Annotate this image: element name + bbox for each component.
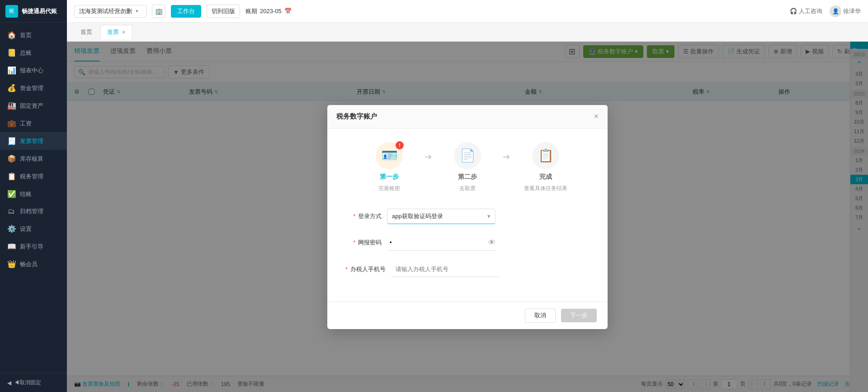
modal-footer: 取消 下一步 bbox=[327, 301, 608, 329]
sidebar-item-label: 报表中心 bbox=[20, 67, 43, 75]
sidebar-item-label: 工资 bbox=[20, 120, 32, 128]
password-row: * 网报密码 👁 bbox=[345, 235, 590, 251]
sidebar-item-settle[interactable]: ✅ 结账 bbox=[0, 185, 67, 203]
modal-body: 🪪 ! 第一步 完善账密 ➔ 📄 bbox=[327, 129, 608, 301]
calendar-icon[interactable]: 📅 bbox=[284, 8, 292, 14]
step-3-desc: 查看具体任务结果 bbox=[524, 185, 567, 192]
step-2: 📄 第二步 去取票 bbox=[436, 142, 499, 192]
tab-close-icon[interactable]: ✕ bbox=[122, 29, 126, 35]
period-value: 2023-05 bbox=[260, 8, 282, 14]
tab-invoice-label: 发票 bbox=[107, 28, 119, 36]
reports-icon: 📊 bbox=[7, 66, 15, 75]
user-profile[interactable]: 👤 徐泽华 bbox=[830, 5, 861, 17]
help-icon: 🎧 bbox=[790, 8, 797, 14]
logo-text: 畅捷通易代账 bbox=[22, 7, 57, 15]
avatar: 👤 bbox=[830, 5, 841, 17]
sidebar-item-label: 归档管理 bbox=[20, 207, 43, 215]
tab-home[interactable]: 首页 bbox=[74, 25, 99, 39]
step-3: 📋 完成 查看具体任务结果 bbox=[514, 142, 577, 192]
login-method-label: * 登录方式 bbox=[345, 212, 382, 220]
sidebar-item-inventory[interactable]: 📦 库存核算 bbox=[0, 150, 67, 167]
password-toggle-icon[interactable]: 👁 bbox=[488, 239, 495, 247]
password-input[interactable] bbox=[387, 235, 488, 250]
modal-backdrop: 税务数字账户 × 🪪 ! 第一步 完善账密 bbox=[67, 42, 868, 392]
login-method-arrow: ▾ bbox=[487, 213, 491, 220]
sidebar-item-salary[interactable]: 💼 工资 bbox=[0, 115, 67, 132]
password-input-wrap: 👁 bbox=[387, 235, 495, 251]
sidebar-item-member[interactable]: 👑 畅会员 bbox=[0, 255, 67, 273]
tab-invoice[interactable]: 发票 ✕ bbox=[100, 25, 132, 39]
app-logo: 账 畅捷通易代账 bbox=[0, 0, 67, 23]
next-button[interactable]: 下一步 bbox=[561, 309, 597, 322]
sidebar-collapse-btn[interactable]: ◀ ◀取消固定 bbox=[0, 373, 67, 392]
step-3-icon-wrap: 📋 bbox=[532, 142, 559, 169]
sidebar-item-assets[interactable]: 🏭 固定资产 bbox=[0, 97, 67, 115]
ledger-icon: 📒 bbox=[7, 48, 15, 57]
steps-container: 🪪 ! 第一步 完善账密 ➔ 📄 bbox=[345, 142, 590, 192]
sidebar-item-label: 发票管理 bbox=[20, 137, 43, 145]
company-btn-icon: 🏢 bbox=[155, 8, 163, 15]
period-label: 账期 bbox=[245, 7, 257, 15]
sidebar-item-label: 资金管理 bbox=[20, 84, 43, 92]
sidebar: 账 畅捷通易代账 🏠 首页 📒 总账 📊 报表中心 💰 资金管理 🏭 固定资产 … bbox=[0, 0, 67, 392]
sidebar-item-label: 结账 bbox=[20, 190, 32, 198]
step-1: 🪪 ! 第一步 完善账密 bbox=[358, 142, 421, 192]
period-info: 账期 2023-05 📅 bbox=[245, 7, 292, 15]
settle-icon: ✅ bbox=[7, 190, 15, 198]
inventory-icon: 📦 bbox=[7, 154, 15, 163]
workspace-button[interactable]: 工作台 bbox=[171, 5, 201, 18]
sidebar-item-invoice[interactable]: 🧾 发票管理 bbox=[0, 132, 67, 150]
company-icon-btn[interactable]: 🏢 bbox=[152, 5, 165, 18]
sidebar-item-reports[interactable]: 📊 报表中心 bbox=[0, 62, 67, 79]
collapse-label: ◀取消固定 bbox=[14, 379, 41, 387]
tax-digital-modal: 税务数字账户 × 🪪 ! 第一步 完善账密 bbox=[327, 105, 608, 329]
login-method-select[interactable]: app获取验证码登录 ▾ bbox=[387, 209, 495, 224]
switch-version-button[interactable]: 切到旧版 bbox=[207, 5, 240, 18]
modal-close-btn[interactable]: × bbox=[594, 112, 599, 120]
step-3-label: 完成 bbox=[539, 173, 552, 181]
settings-icon: ⚙️ bbox=[7, 225, 15, 233]
sidebar-item-tax[interactable]: 📋 税务管理 bbox=[0, 167, 67, 185]
invoice-icon: 🧾 bbox=[7, 137, 15, 145]
phone-input[interactable] bbox=[391, 262, 500, 277]
step-1-desc: 完善账密 bbox=[378, 185, 400, 192]
collapse-icon: ◀ bbox=[7, 380, 11, 386]
sidebar-item-ledger[interactable]: 📒 总账 bbox=[0, 44, 67, 62]
company-name: 沈海英测试经营勿删 bbox=[79, 7, 132, 15]
step-2-icon: 📄 bbox=[460, 148, 476, 163]
sidebar-item-label: 固定资产 bbox=[20, 102, 43, 110]
step-2-label: 第二步 bbox=[458, 173, 477, 181]
step-1-label: 第一步 bbox=[380, 173, 399, 181]
phone-label: * 办税人手机号 bbox=[345, 265, 386, 273]
help-btn[interactable]: 🎧 人工咨询 bbox=[790, 7, 822, 15]
required-mark: * bbox=[353, 213, 355, 220]
main-area: 沈海英测试经营勿删 ▼ 🏢 工作台 切到旧版 账期 2023-05 📅 🎧 人工… bbox=[67, 0, 868, 392]
home-icon: 🏠 bbox=[7, 31, 15, 39]
company-dropdown-arrow: ▼ bbox=[135, 9, 139, 14]
company-selector[interactable]: 沈海英测试经营勿删 ▼ bbox=[74, 5, 146, 18]
sidebar-item-home[interactable]: 🏠 首页 bbox=[0, 26, 67, 44]
sidebar-item-label: 设置 bbox=[20, 225, 32, 233]
step-arrow-1: ➔ bbox=[425, 142, 432, 162]
sidebar-item-archive[interactable]: 🗂 归档管理 bbox=[0, 203, 67, 220]
required-mark-2: * bbox=[353, 239, 355, 246]
logo-icon: 账 bbox=[5, 5, 18, 18]
login-method-row: * 登录方式 app获取验证码登录 ▾ bbox=[345, 209, 590, 224]
tab-bar: 首页 发票 ✕ bbox=[67, 23, 868, 42]
funds-icon: 💰 bbox=[7, 84, 15, 92]
sidebar-item-funds[interactable]: 💰 资金管理 bbox=[0, 79, 67, 97]
step-2-desc: 去取票 bbox=[459, 185, 476, 192]
step-1-badge: ! bbox=[396, 141, 404, 149]
assets-icon: 🏭 bbox=[7, 101, 15, 110]
sidebar-item-label: 畅会员 bbox=[20, 260, 38, 268]
user-name: 徐泽华 bbox=[843, 7, 861, 15]
modal-title: 税务数字账户 bbox=[336, 112, 377, 121]
modal-header: 税务数字账户 × bbox=[327, 105, 608, 129]
cancel-button[interactable]: 取消 bbox=[525, 308, 556, 323]
sidebar-item-settings[interactable]: ⚙️ 设置 bbox=[0, 220, 67, 238]
phone-row: * 办税人手机号 bbox=[345, 262, 590, 277]
sidebar-item-guide[interactable]: 📖 新手引导 bbox=[0, 238, 67, 255]
sidebar-nav: 🏠 首页 📒 总账 📊 报表中心 💰 资金管理 🏭 固定资产 💼 工资 🧾 发票… bbox=[0, 23, 67, 373]
required-mark-3: * bbox=[345, 266, 348, 272]
top-header: 沈海英测试经营勿删 ▼ 🏢 工作台 切到旧版 账期 2023-05 📅 🎧 人工… bbox=[67, 0, 868, 23]
